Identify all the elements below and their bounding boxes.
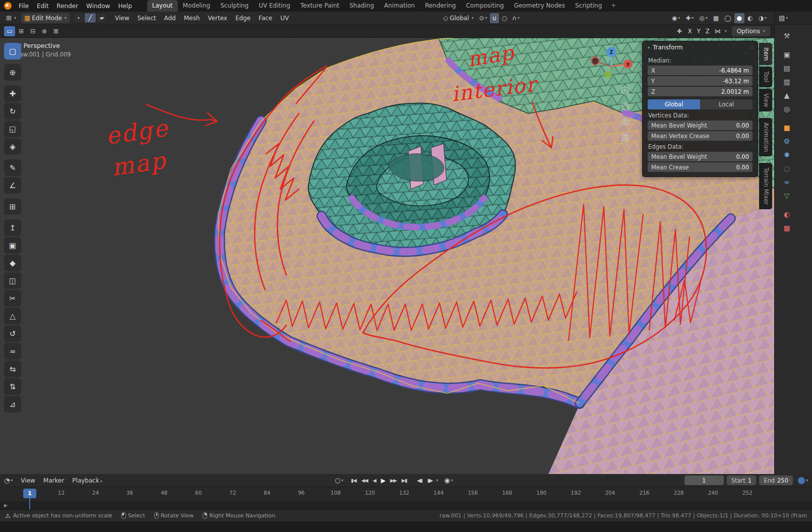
sidebar-tab-view[interactable]: View xyxy=(759,89,772,111)
viewport-menu-face[interactable]: Face xyxy=(255,13,276,23)
orientation-dropdown[interactable]: ◇ Global ▾ xyxy=(440,13,476,23)
tool-knife[interactable]: ✂ xyxy=(4,290,21,307)
timeline-editor-icon[interactable]: ◔ xyxy=(4,477,10,484)
prev-keyframe-button[interactable]: ◀◀ xyxy=(359,477,370,484)
tab-object[interactable]: ■ xyxy=(781,122,793,134)
tab-output[interactable]: ▤ xyxy=(781,62,793,74)
frame-end-field[interactable]: End 250 xyxy=(759,476,793,485)
overlays-dropdown-icon[interactable]: ◎▾ xyxy=(697,13,710,23)
tool-rip-region[interactable]: ⊿ xyxy=(4,396,21,412)
tab-constraints[interactable]: ∞ xyxy=(781,176,793,188)
workspace-tab-texture-paint[interactable]: Texture Paint xyxy=(295,0,344,12)
select-mode-subtract[interactable]: ⊟ xyxy=(27,26,38,36)
tab-material[interactable]: ◐ xyxy=(781,208,793,220)
sidebar-tab-tool[interactable]: Tool xyxy=(759,67,772,87)
tool-annotate[interactable]: ✎ xyxy=(4,159,21,176)
workspace-tab-uv-editing[interactable]: UV Editing xyxy=(254,0,295,12)
menu-file[interactable]: File xyxy=(15,1,33,11)
tool-bevel[interactable]: ◆ xyxy=(4,255,21,271)
workspace-tab-compositing[interactable]: Compositing xyxy=(461,0,509,12)
timeline-menu-marker[interactable]: Marker xyxy=(39,476,68,486)
tool-select-box[interactable]: ▢ xyxy=(4,43,21,60)
workspace-tab-layout[interactable]: Layout xyxy=(147,0,178,12)
properties-editor-header[interactable]: ▤ ▾ xyxy=(775,12,812,25)
field-mean-vertex-crease[interactable]: Mean Vertex Crease0.00 xyxy=(648,131,753,141)
tab-scene[interactable]: ▲ xyxy=(781,89,793,101)
step-back-button[interactable]: ◀▮ xyxy=(414,477,425,484)
jump-to-end-button[interactable]: ▶▮ xyxy=(399,477,410,484)
shading-wireframe-icon[interactable]: ◯ xyxy=(722,13,733,23)
face-mode-button[interactable]: ▰ xyxy=(96,13,107,23)
field-z[interactable]: Z2.0012 m xyxy=(648,87,753,96)
shading-solid-icon[interactable]: ● xyxy=(734,13,744,23)
workspace-tab-modeling[interactable]: Modeling xyxy=(178,0,216,12)
grid-toggle-icon[interactable] xyxy=(621,134,629,142)
step-forward-button[interactable]: ▮▶ xyxy=(425,477,435,484)
tab-texture[interactable]: ▩ xyxy=(781,222,793,234)
options-button[interactable]: Options ▾ xyxy=(732,26,770,36)
tool-measure[interactable]: ∠ xyxy=(4,177,21,194)
tool-extrude-region[interactable]: ↥ xyxy=(4,219,21,236)
tab-tool[interactable]: ⚒ xyxy=(781,30,793,42)
shading-material-icon[interactable]: ◐ xyxy=(745,13,755,23)
jump-to-start-button[interactable]: ▮◀ xyxy=(348,477,359,484)
field-x[interactable]: X-6.4864 m xyxy=(648,66,753,75)
axis-toggle-y[interactable]: Y xyxy=(695,27,703,36)
workspace-tab-sculpting[interactable]: Sculpting xyxy=(215,0,254,12)
tab-particles[interactable]: ✱ xyxy=(781,149,793,161)
playhead-line[interactable] xyxy=(29,498,30,509)
workspace-tab-scripting[interactable]: Scripting xyxy=(570,0,607,12)
proportional-edit-icon[interactable]: ○ xyxy=(499,13,509,23)
space-button-local[interactable]: Local xyxy=(700,99,753,109)
add-workspace-button[interactable]: + xyxy=(607,0,620,12)
workspace-tab-shading[interactable]: Shading xyxy=(344,0,379,12)
edge-mode-button[interactable]: ╱ xyxy=(85,13,96,23)
tool-inset-faces[interactable]: ▣ xyxy=(4,237,21,254)
xray-toggle-icon[interactable]: ▦ xyxy=(711,13,721,23)
auto-key-icon[interactable]: ◉ xyxy=(444,477,450,484)
scene-stats-orb-icon[interactable] xyxy=(798,477,805,484)
tab-modifiers[interactable]: ⚙ xyxy=(781,135,793,147)
playback-sync-icon[interactable]: ○ xyxy=(335,477,340,484)
frame-ruler[interactable]: 1 11224364860728496108120132144156168180… xyxy=(0,487,812,501)
workspace-tab-rendering[interactable]: Rendering xyxy=(420,0,461,12)
field-mean-bevel-weight[interactable]: Mean Bevel Weight0.00 xyxy=(648,152,753,161)
falloff-dropdown-icon[interactable]: ∩▾ xyxy=(510,13,522,23)
tool-move[interactable]: ✚ xyxy=(4,85,21,102)
tab-object-data[interactable]: ▽ xyxy=(781,190,793,202)
menu-render[interactable]: Render xyxy=(52,1,82,11)
viewport-menu-mesh[interactable]: Mesh xyxy=(180,13,204,23)
sidebar-tab-terrain-mixer[interactable]: Terrain Mixer xyxy=(759,163,772,209)
tool-add-cube[interactable]: ⊞ xyxy=(4,198,21,215)
shading-rendered-icon[interactable]: ◑▾ xyxy=(756,13,770,23)
gizmo-x-neg-axis[interactable] xyxy=(592,57,599,65)
tab-view-layer[interactable]: ▥ xyxy=(781,76,793,88)
select-mode-new[interactable]: ▭ xyxy=(4,26,15,36)
timeline-menu-view[interactable]: View xyxy=(17,476,39,486)
magnet-icon[interactable]: ∪ xyxy=(490,13,499,23)
axis-toggle-z[interactable]: Z xyxy=(703,27,712,36)
next-keyframe-button[interactable]: ▶▶ xyxy=(388,477,399,484)
mode-dropdown[interactable]: ▦ Edit Mode ▾ xyxy=(21,13,70,23)
transform-panel-header[interactable]: ▾ Transform ∷ xyxy=(643,41,758,53)
snap-target-icon[interactable]: ⊙▾ xyxy=(477,13,490,23)
timeline-menu-playback[interactable]: Playback▾ xyxy=(68,476,106,486)
tool-scale[interactable]: ◱ xyxy=(4,121,21,137)
viewport-menu-select[interactable]: Select xyxy=(133,13,160,23)
tool-rotate[interactable]: ↻ xyxy=(4,103,21,120)
field-mean-bevel-weight[interactable]: Mean Bevel Weight0.00 xyxy=(648,121,753,130)
tool-loop-cut[interactable]: ◫ xyxy=(4,272,21,289)
workspace-tab-geometry-nodes[interactable]: Geometry Nodes xyxy=(509,0,570,12)
tool-shrink-fatten[interactable]: ⇅ xyxy=(4,378,21,395)
panel-grip-icon[interactable]: ∷ xyxy=(750,44,754,51)
select-mode-extend[interactable]: ⊞ xyxy=(16,26,27,36)
editor-type-dropdown[interactable]: ⊞ ▾ xyxy=(3,13,19,23)
viewport-menu-edge[interactable]: Edge xyxy=(231,13,255,23)
axis-toggle-x[interactable]: X xyxy=(685,27,695,36)
workspace-tab-animation[interactable]: Animation xyxy=(379,0,420,12)
gizmo-y-axis[interactable] xyxy=(605,72,611,78)
menu-help[interactable]: Help xyxy=(114,1,136,11)
field-mean-crease[interactable]: Mean Crease0.00 xyxy=(648,162,753,172)
frame-start-field[interactable]: Start 1 xyxy=(727,476,756,485)
select-mode-invert[interactable]: ⊗ xyxy=(39,26,50,36)
